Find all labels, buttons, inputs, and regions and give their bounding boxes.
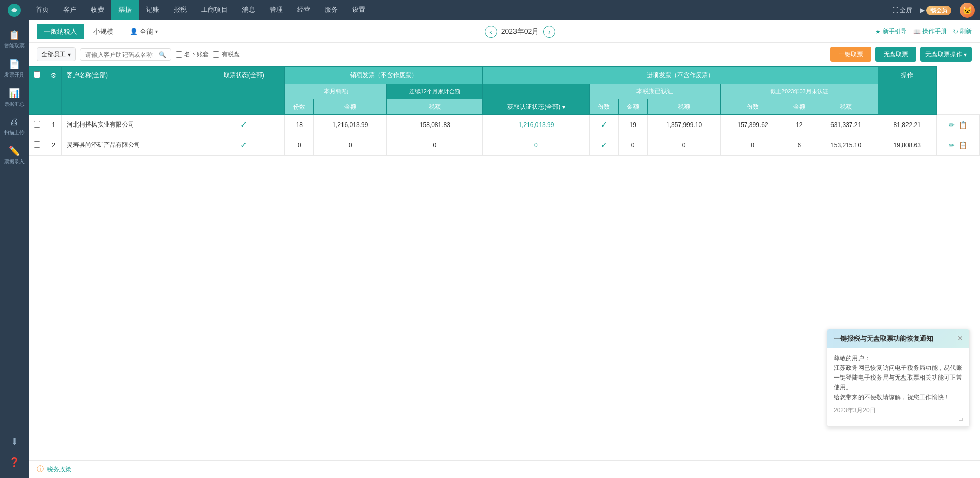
edit-btn-1[interactable]: ✏ [949, 121, 955, 129]
nav-message[interactable]: 消息 [235, 0, 262, 20]
tab-general-taxpayer[interactable]: 一般纳税人 [37, 24, 84, 39]
search-icon[interactable]: 🔍 [159, 51, 166, 58]
invoice-entry-icon: ✏️ [9, 145, 20, 157]
td-cumulative-1: 1,216,013.99 [483, 115, 590, 135]
td-purchase-uncert-amount-1: 631,337.21 [814, 115, 878, 135]
scan-upload-icon: 🖨 [10, 117, 19, 128]
th-sales-tax: 税额 [387, 99, 483, 115]
td-action-1: ✏ 📋 [936, 115, 979, 135]
th-customer-name: 客户名称(全部) [62, 67, 203, 84]
notification-close-btn[interactable]: ✕ [957, 334, 963, 342]
row-checkbox-2[interactable] [34, 141, 40, 148]
cumulative-link-1[interactable]: 1,216,013.99 [518, 121, 554, 129]
nav-invoice[interactable]: 票据 [111, 0, 139, 20]
th-purchase-uncert-tax: 税额 [814, 99, 878, 115]
checkbox-label-account[interactable]: 名下账套 [176, 50, 209, 59]
nav-manage[interactable]: 管理 [262, 0, 290, 20]
nav-home[interactable]: 首页 [29, 0, 56, 20]
avatar[interactable]: 🐱 [960, 3, 975, 18]
td-status-2: ✓ [203, 135, 285, 156]
invoice-issue-icon: 📄 [9, 59, 20, 70]
td-purchase-uncert-count-1: 12 [785, 115, 814, 135]
notification-title: 一键报税与无盘取票功能恢复通知 [834, 334, 933, 343]
sidebar-item-invoice-issue[interactable]: 📄 发票开具 [1, 55, 28, 83]
month-label: 2023年02月 [501, 27, 540, 36]
th-r2-action [878, 84, 936, 99]
nav-business[interactable]: 工商项目 [194, 0, 235, 20]
cert-status-icon-2: ✓ [601, 141, 607, 149]
checkbox-taxdisk[interactable] [213, 51, 219, 58]
th-monthly-sales: 本月销项 [285, 84, 387, 99]
month-navigation: ‹ 2023年02月 › [485, 26, 556, 38]
th-purchase-cert-tax: 税额 [648, 99, 721, 115]
no-disk-fetch-dropdown-btn[interactable]: 无盘取票操作 ▾ [920, 47, 972, 62]
edit-btn-2[interactable]: ✏ [949, 141, 955, 149]
td-purchase-uncert-tax-1: 81,822.21 [878, 115, 936, 135]
sidebar-item-help[interactable]: ❓ [1, 452, 28, 472]
th-sales-count: 份数 [285, 99, 314, 115]
sidebar-item-smart-fetch[interactable]: 📋 智能取票 [1, 26, 28, 54]
prev-month-btn[interactable]: ‹ [485, 26, 497, 38]
td-purchase-uncert-tax-2: 19,808.63 [878, 135, 936, 156]
filter-icon[interactable]: ▾ [562, 104, 565, 110]
cumulative-link-2[interactable]: 0 [534, 142, 538, 149]
next-month-btn[interactable]: › [543, 26, 555, 38]
tab-all[interactable]: 👤 全能 ▾ [122, 24, 165, 39]
status-icon-1: ✓ [240, 120, 247, 129]
select-all-checkbox[interactable] [34, 71, 40, 78]
nav-customer[interactable]: 客户 [56, 0, 84, 20]
td-name-1: 河北柯搭枫实业有限公司 [62, 115, 203, 135]
tax-policy-link[interactable]: 税务政策 [47, 465, 71, 474]
row-checkbox-1[interactable] [34, 121, 40, 128]
search-input[interactable] [85, 51, 157, 58]
sidebar-item-invoice-entry[interactable]: ✏️ 票据录入 [1, 141, 28, 169]
top-nav-right: ⛶ 全屏 ▶ 畅会员 🐱 [892, 3, 975, 18]
th-cert-status-col: 获取认证状态(全部) ▾ [483, 99, 590, 115]
manual-btn[interactable]: 📖 操作手册 [913, 27, 947, 36]
scroll-down-indicator[interactable] [959, 418, 963, 421]
settings-icon[interactable]: ⚙ [51, 72, 56, 79]
table-row: 1 河北柯搭枫实业有限公司 ✓ 18 1,216,013.99 158,081.… [29, 115, 980, 135]
th-cert-status [483, 84, 590, 99]
fullscreen-btn[interactable]: ⛶ 全屏 [892, 6, 912, 15]
no-disk-fetch-btn[interactable]: 无盘取票 [875, 47, 916, 62]
left-sidebar: 📋 智能取票 📄 发票开具 📊 票据汇总 🖨 扫描上传 ✏️ 票据录入 ⬇ ❓ [0, 20, 29, 478]
one-click-fetch-btn[interactable]: 一键取票 [830, 47, 871, 62]
nav-settings[interactable]: 设置 [345, 0, 373, 20]
th-purchase-uncert-count: 份数 [721, 99, 785, 115]
td-purchase-cert-tax-1: 157,399.62 [721, 115, 785, 135]
sidebar-item-scan-upload[interactable]: 🖨 扫描上传 [1, 113, 28, 140]
nav-tax[interactable]: 报税 [166, 0, 194, 20]
td-purchase-uncert-amount-2: 153,215.10 [814, 135, 878, 156]
nav-operation[interactable]: 经营 [290, 0, 317, 20]
view-btn-1[interactable]: 📋 [959, 121, 967, 129]
th-sales-amount: 金额 [314, 99, 387, 115]
td-no-1: 1 [45, 115, 62, 135]
notification-date: 2023年3月20日 [834, 406, 963, 415]
th-purchase-cert-count: 份数 [590, 99, 619, 115]
vip-btn[interactable]: ▶ 畅会员 [920, 6, 951, 15]
td-no-2: 2 [45, 135, 62, 156]
view-btn-2[interactable]: 📋 [959, 141, 967, 149]
tab-small-scale[interactable]: 小规模 [86, 24, 120, 39]
refresh-btn[interactable]: ↻ 刷新 [953, 27, 972, 36]
td-status-1: ✓ [203, 115, 285, 135]
th-action: 操作 [878, 67, 936, 84]
th-fetch-status: 取票状态(全部) [203, 67, 285, 84]
guide-btn[interactable]: ★ 新手引导 [875, 27, 907, 36]
search-box: 🔍 [80, 48, 172, 61]
checkbox-label-taxdisk[interactable]: 有税盘 [213, 50, 240, 59]
chevron-down-icon: ▾ [155, 29, 158, 34]
sidebar-item-download[interactable]: ⬇ [1, 432, 28, 451]
th-r3-1 [29, 99, 45, 115]
employee-select[interactable]: 全部员工 ▾ [37, 47, 76, 61]
sidebar-item-invoice-summary[interactable]: 📊 票据汇总 [1, 84, 28, 112]
tax-footer: ⓘ 税务政策 [29, 460, 980, 478]
logo[interactable] [5, 1, 23, 19]
table-row: 2 灵寿县尚泽矿产品有限公司 ✓ 0 0 0 0 ✓ 0 0 0 6 153,2… [29, 135, 980, 156]
nav-service[interactable]: 服务 [317, 0, 345, 20]
td-checkbox-1 [29, 115, 45, 135]
checkbox-account[interactable] [176, 51, 182, 58]
nav-accounting[interactable]: 记账 [139, 0, 166, 20]
nav-fee[interactable]: 收费 [84, 0, 111, 20]
